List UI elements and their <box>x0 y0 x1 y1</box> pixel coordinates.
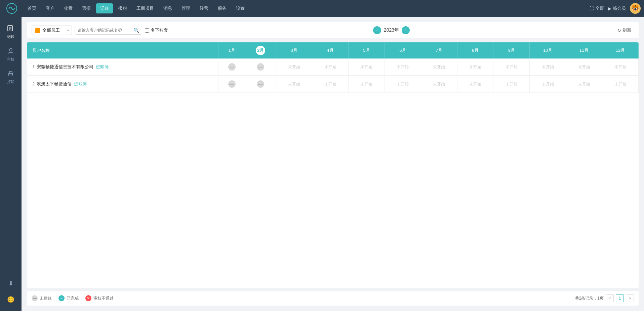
fullscreen-button[interactable]: ⛶ 全屏 <box>590 5 604 11</box>
nav-business[interactable]: 工商项目 <box>132 3 158 13</box>
search-icon[interactable]: 🔍 <box>133 28 139 33</box>
client-name: 漠澳太平畅捷通信 <box>37 81 72 86</box>
svg-point-5 <box>9 48 12 51</box>
pagination: 共2条记录，1页 < 1 > <box>575 294 634 302</box>
status-dash: — <box>228 80 236 88</box>
nav-tax[interactable]: 报税 <box>114 3 131 13</box>
legend-completed-label: 已完成 <box>67 296 79 301</box>
next-year-button[interactable]: › <box>402 26 410 34</box>
status-not-started: 未开始 <box>542 82 554 86</box>
app-logo <box>3 3 20 14</box>
sidebar-audit-label: 审核 <box>7 57 14 62</box>
month-cell-2: — <box>245 76 276 93</box>
enter-ledger-link[interactable]: 进账簿 <box>74 81 87 86</box>
nav-home[interactable]: 首页 <box>24 3 40 13</box>
col-client-header: 客户名称 <box>27 42 218 59</box>
row-number: 2 <box>32 81 35 86</box>
checkbox-label-mine[interactable]: 名下账套 <box>145 27 168 33</box>
table-row: 2漠澳太平畅捷通信 进账簿——未开始未开始未开始未开始未开始未开始未开始未开始未… <box>27 76 639 93</box>
month-cell-11: 未开始 <box>566 76 602 93</box>
enter-ledger-link[interactable]: 进账簿 <box>96 64 109 69</box>
status-not-started: 未开始 <box>506 65 518 69</box>
svg-rect-7 <box>9 71 12 73</box>
dash-icon: — <box>228 63 236 71</box>
nav-fee[interactable]: 收费 <box>60 3 77 13</box>
month-cell-6: 未开始 <box>385 76 421 93</box>
legend-rejected: ✕ 审核不通过 <box>85 295 114 301</box>
download-icon: ⬇ <box>6 279 15 288</box>
dash-icon: — <box>257 63 264 71</box>
col-sep-header: 9月 <box>493 42 530 59</box>
col-feb-header: 2月 <box>245 42 276 59</box>
status-not-started: 未开始 <box>542 65 554 69</box>
nav-client[interactable]: 客户 <box>42 3 58 13</box>
prev-year-button[interactable]: ‹ <box>373 26 381 34</box>
sidebar-item-accounting[interactable]: 记账 <box>0 20 22 43</box>
month-cell-5: 未开始 <box>349 76 385 93</box>
month-cell-2: — <box>245 59 276 76</box>
client-cell: 2漠澳太平畅捷通信 进账簿 <box>27 76 218 93</box>
nav-accounting[interactable]: 记账 <box>96 3 113 13</box>
audit-icon <box>6 46 15 55</box>
nav-invoice[interactable]: 票据 <box>78 3 95 13</box>
month-cell-3: 未开始 <box>276 76 312 93</box>
next-page-button[interactable]: > <box>626 294 634 302</box>
member-label: 畅会员 <box>613 5 626 11</box>
status-not-started: 未开始 <box>324 82 336 86</box>
nav-settings[interactable]: 设置 <box>232 3 249 13</box>
month-cell-12: 未开始 <box>602 76 639 93</box>
employee-select-label: 全部员工 <box>42 27 65 33</box>
sidebar-bottom: ⬇ 😊 <box>0 275 22 308</box>
refresh-icon: ↻ <box>617 28 621 33</box>
refresh-button[interactable]: ↻ 刷新 <box>615 26 634 35</box>
status-not-started: 未开始 <box>360 65 372 69</box>
nav-operation[interactable]: 经营 <box>196 3 212 13</box>
sidebar-print-label: 打印 <box>7 79 14 84</box>
col-jul-header: 7月 <box>421 42 457 59</box>
prev-page-button[interactable]: < <box>606 294 614 302</box>
sidebar-user[interactable]: 😊 <box>0 291 22 308</box>
sidebar-item-audit[interactable]: 审核 <box>0 43 22 65</box>
dash-icon: — <box>228 80 236 88</box>
nav-manage[interactable]: 管理 <box>177 3 194 13</box>
toolbar: 🟧 全部员工 ▾ 🔍 名下账套 ‹ 2023年 › ↻ 刷新 <box>27 22 639 38</box>
user-avatar[interactable]: 🐯 <box>630 3 641 14</box>
month-cell-4: 未开始 <box>312 76 349 93</box>
nav-message[interactable]: 消息 <box>159 3 176 13</box>
col-may-header: 5月 <box>349 42 385 59</box>
fullscreen-icon: ⛶ <box>590 6 594 11</box>
month-cell-8: 未开始 <box>457 76 493 93</box>
month-cell-7: 未开始 <box>421 76 457 93</box>
sidebar-accounting-label: 记账 <box>7 34 14 39</box>
search-box: 🔍 <box>75 26 142 35</box>
col-apr-header: 4月 <box>312 42 349 59</box>
col-dec-header: 12月 <box>602 42 639 59</box>
member-button[interactable]: ▶ 畅会员 <box>608 5 626 11</box>
legend-completed: ✓ 已完成 <box>58 295 79 301</box>
month-cell-6: 未开始 <box>385 59 421 76</box>
mine-accounts-checkbox[interactable] <box>145 28 149 33</box>
legend-not-created: — 未建账 <box>32 295 52 301</box>
status-not-started: 未开始 <box>614 65 627 69</box>
user-icon: 😊 <box>6 295 15 304</box>
legend-teal-icon: ✓ <box>58 295 65 301</box>
sidebar-download[interactable]: ⬇ <box>0 275 22 291</box>
legend-not-created-label: 未建账 <box>40 296 52 301</box>
table-row: 1安徽畅捷通信息技术有限公司 进账簿——未开始未开始未开始未开始未开始未开始未开… <box>27 59 639 76</box>
month-cell-8: 未开始 <box>457 59 493 76</box>
search-input[interactable] <box>78 28 131 33</box>
status-not-started: 未开始 <box>288 65 300 69</box>
top-navigation: 首页 客户 收费 票据 记账 报税 工商项目 消息 管理 经营 服务 设置 ⛶ … <box>0 0 644 17</box>
nav-service[interactable]: 服务 <box>214 3 231 13</box>
month-cell-9: 未开始 <box>493 76 530 93</box>
employee-select[interactable]: 🟧 全部员工 ▾ <box>32 26 72 35</box>
year-navigation: ‹ 2023年 › <box>373 26 410 34</box>
month-cell-9: 未开始 <box>493 59 530 76</box>
status-not-started: 未开始 <box>614 82 627 86</box>
accounting-icon <box>6 24 15 33</box>
month-feb: 2月 <box>256 46 265 55</box>
col-aug-header: 8月 <box>457 42 493 59</box>
status-not-started: 未开始 <box>324 65 336 69</box>
month-cell-3: 未开始 <box>276 59 312 76</box>
sidebar-item-print[interactable]: 打印 <box>0 65 22 88</box>
